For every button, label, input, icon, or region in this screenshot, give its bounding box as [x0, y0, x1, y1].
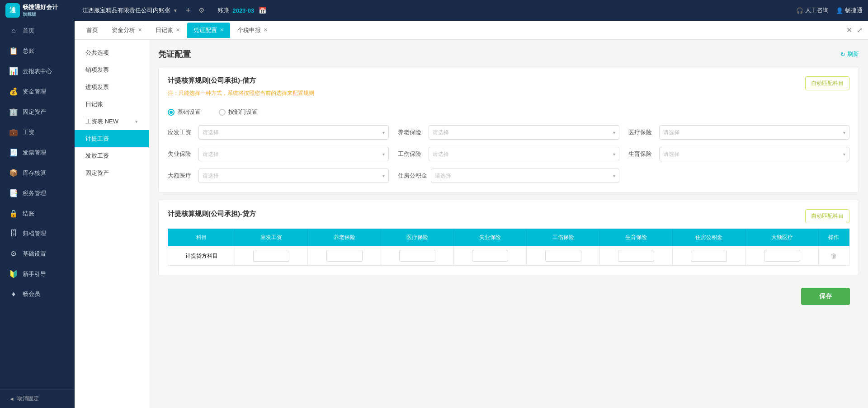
- input-large-medical[interactable]: [764, 250, 800, 262]
- medical-select[interactable]: 请选择 ▾: [659, 125, 849, 140]
- sidebar-item-assets[interactable]: 🏢 固定资产: [0, 102, 75, 122]
- sidebar-item-salary[interactable]: 💼 工资: [0, 122, 75, 142]
- close-funds-tab[interactable]: ✕: [138, 27, 142, 33]
- save-button[interactable]: 保存: [801, 288, 850, 305]
- arrow-left-icon: ◄: [9, 396, 14, 402]
- housing-fund-select[interactable]: 请选择 ▾: [431, 169, 619, 183]
- left-nav-purchase[interactable]: 进项发票: [75, 79, 149, 96]
- tab-home[interactable]: 首页: [80, 23, 104, 38]
- guide-icon: 🔰: [9, 270, 18, 278]
- left-nav-salary-table[interactable]: 工资表 NEW ▾: [75, 113, 149, 130]
- debit-card-title: 计提核算规则(公司承担)-借方 注：只能选择一种方式，系统将按照您当前的选择来配…: [168, 76, 314, 104]
- sidebar: ⌂ 首页 📋 总账 📊 云报表中心 💰 资金管理 🏢 固定资产 💼 工资 🧾 发…: [0, 21, 75, 408]
- close-tax-tab[interactable]: ✕: [264, 27, 268, 33]
- sidebar-item-settings[interactable]: ⚙ 基础设置: [0, 244, 75, 264]
- left-nav-pay-salary[interactable]: 发放工资: [75, 147, 149, 164]
- maximize-window-icon[interactable]: ⤢: [857, 26, 863, 34]
- assets-icon: 🏢: [9, 108, 18, 116]
- user-icon: 👤: [836, 7, 843, 14]
- large-medical-select[interactable]: 请选择 ▾: [198, 169, 389, 183]
- auto-match-credit-button[interactable]: 自动匹配科目: [805, 209, 849, 223]
- cell-action: 🗑: [818, 246, 849, 266]
- field-apply-salary: 应发工资 请选择 ▾: [168, 125, 389, 140]
- page-title-row: 凭证配置 ↻ 刷新: [158, 49, 859, 60]
- radio-department-setting[interactable]: 按部门设置: [219, 108, 258, 116]
- tab-voucher[interactable]: 凭证配置 ✕: [187, 23, 230, 38]
- left-nav-sales[interactable]: 销项发票: [75, 61, 149, 79]
- logo-icon: 通: [5, 3, 20, 18]
- maternity-select[interactable]: 请选择 ▾: [659, 147, 849, 161]
- cell-maternity: [599, 246, 672, 266]
- close-journal-tab[interactable]: ✕: [176, 27, 180, 33]
- debit-form-grid: 应发工资 请选择 ▾ 养老保险 请选择 ▾: [168, 125, 849, 183]
- input-apply-salary[interactable]: [253, 250, 289, 262]
- unemployment-select[interactable]: 请选择 ▾: [198, 147, 389, 161]
- sidebar-item-vip[interactable]: ♦ 畅会员: [0, 284, 75, 304]
- input-pension[interactable]: [326, 250, 363, 262]
- refresh-button[interactable]: ↻ 刷新: [840, 50, 859, 58]
- cancel-fixed-button[interactable]: ◄ 取消固定: [0, 389, 75, 408]
- radio-group: 基础设置 按部门设置: [168, 108, 849, 116]
- settings-gear-icon[interactable]: ⚙: [198, 6, 204, 14]
- content-area: 公共选项 销项发票 进项发票 日记账 工资表 NEW ▾ 计提工资 发放工资 固…: [75, 40, 868, 408]
- pension-select[interactable]: 请选择 ▾: [429, 125, 619, 140]
- input-housing[interactable]: [691, 250, 727, 262]
- close-window-icon[interactable]: ✕: [846, 26, 852, 34]
- sidebar-item-guide[interactable]: 🔰 新手引导: [0, 264, 75, 284]
- cell-medical: [381, 246, 453, 266]
- logo-area: 通 畅捷通好会计 旗舰版: [5, 3, 78, 18]
- add-tab-button[interactable]: +: [186, 6, 191, 15]
- chevron-down-icon: ▾: [382, 174, 385, 178]
- calendar-icon[interactable]: 📅: [259, 7, 266, 14]
- cell-unemployment: [454, 246, 527, 266]
- sidebar-item-home[interactable]: ⌂ 首页: [0, 21, 75, 41]
- user-account[interactable]: 👤 畅捷通: [836, 6, 863, 14]
- sidebar-item-invoice[interactable]: 🧾 发票管理: [0, 142, 75, 163]
- cell-subject-label: 计提贷方科目: [168, 246, 235, 266]
- sidebar-item-close[interactable]: 🔒 结账: [0, 203, 75, 224]
- cell-housing: [673, 246, 745, 266]
- field-injury: 工伤保险 请选择 ▾: [398, 147, 619, 161]
- ledger-icon: 📋: [9, 47, 18, 55]
- left-nav-fixed-assets[interactable]: 固定资产: [75, 164, 149, 182]
- left-nav-public[interactable]: 公共选项: [75, 44, 149, 61]
- left-nav-calc-salary[interactable]: 计提工资: [75, 130, 149, 147]
- field-pension: 养老保险 请选择 ▾: [398, 125, 619, 140]
- cell-apply-salary: [235, 246, 308, 266]
- company-selector[interactable]: 江西服宝精品有限责任公司内账张 ▼: [82, 6, 178, 14]
- consult-button[interactable]: 🎧 人工咨询: [796, 6, 829, 14]
- delete-row-icon[interactable]: 🗑: [830, 252, 837, 259]
- col-housing: 住房公积金: [673, 229, 745, 246]
- close-voucher-tab[interactable]: ✕: [220, 27, 224, 33]
- tab-journal[interactable]: 日记账 ✕: [149, 23, 186, 38]
- sidebar-item-archive[interactable]: 🗄 归档管理: [0, 224, 75, 244]
- page-title: 凭证配置: [158, 49, 191, 60]
- col-apply-salary: 应发工资: [235, 229, 308, 246]
- account-period: 账期 2023-03 📅: [218, 6, 266, 14]
- sidebar-item-tax[interactable]: 📑 税务管理: [0, 183, 75, 203]
- table-row: 计提贷方科目 🗑: [168, 246, 849, 266]
- sidebar-item-reports[interactable]: 📊 云报表中心: [0, 61, 75, 81]
- close-period-icon: 🔒: [9, 209, 18, 218]
- injury-select[interactable]: 请选择 ▾: [429, 147, 619, 161]
- apply-salary-select[interactable]: 请选择 ▾: [198, 125, 389, 140]
- sidebar-item-funds[interactable]: 💰 资金管理: [0, 81, 75, 102]
- left-nav: 公共选项 销项发票 进项发票 日记账 工资表 NEW ▾ 计提工资 发放工资 固…: [75, 40, 149, 408]
- input-maternity[interactable]: [618, 250, 654, 262]
- company-dropdown-icon: ▼: [173, 8, 178, 13]
- field-housing-fund: 住房公积金 请选择 ▾: [398, 169, 619, 183]
- sidebar-item-inventory[interactable]: 📦 库存核算: [0, 163, 75, 183]
- auto-match-debit-button[interactable]: 自动匹配科目: [805, 76, 849, 90]
- reports-icon: 📊: [9, 67, 18, 75]
- tab-funds[interactable]: 资金分析 ✕: [105, 23, 148, 38]
- inventory-icon: 📦: [9, 169, 18, 177]
- sidebar-item-ledger[interactable]: 📋 总账: [0, 41, 75, 61]
- input-medical[interactable]: [399, 250, 435, 262]
- input-injury[interactable]: [545, 250, 581, 262]
- tab-tax[interactable]: 个税申报 ✕: [231, 23, 274, 38]
- input-unemployment[interactable]: [472, 250, 508, 262]
- left-nav-journal[interactable]: 日记账: [75, 96, 149, 113]
- radio-basic-setting[interactable]: 基础设置: [168, 108, 201, 116]
- debit-card: 计提核算规则(公司承担)-借方 注：只能选择一种方式，系统将按照您当前的选择来配…: [158, 67, 859, 192]
- cell-injury: [527, 246, 599, 266]
